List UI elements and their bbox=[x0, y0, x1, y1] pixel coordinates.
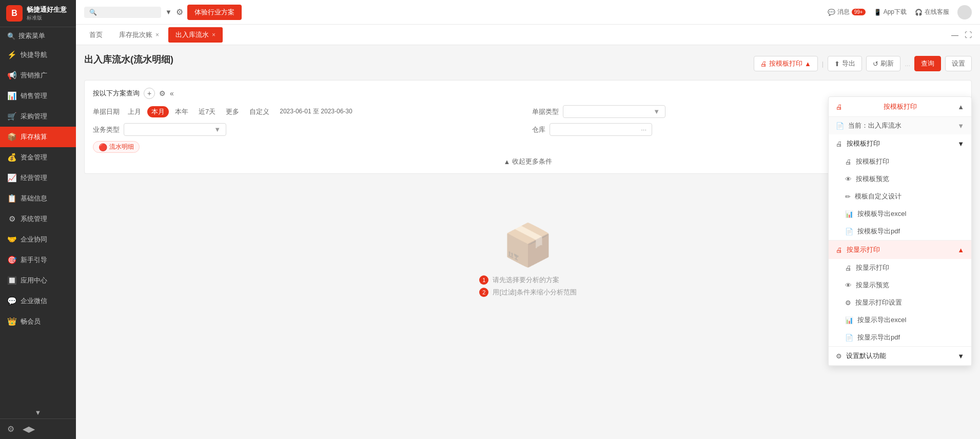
dp-item-display-preview[interactable]: 👁 按显示预览 bbox=[829, 276, 971, 294]
dp-item-display-settings[interactable]: ⚙ 按显示打印设置 bbox=[829, 294, 971, 311]
inventory-icon: 📦 bbox=[7, 132, 16, 142]
dp-item-display-excel-icon: 📊 bbox=[845, 316, 853, 324]
empty-steps: 1 请先选择要分析的方案 2 用[过滤]条件来缩小分析范围 bbox=[479, 275, 576, 297]
app-download-btn[interactable]: 📱 App下载 bbox=[874, 8, 907, 16]
dp-item-template-excel[interactable]: 📊 按模板导出excel bbox=[829, 205, 971, 223]
dp-section-template-icon: 🖨 bbox=[836, 140, 842, 148]
sidebar-item-member[interactable]: 👑 畅会员 bbox=[0, 311, 76, 332]
dp-item-template-print-label: 按模板打印 bbox=[856, 157, 889, 166]
marketing-label: 营销推广 bbox=[21, 71, 47, 80]
app-center-label: 应用中心 bbox=[21, 276, 47, 285]
online-service-btn[interactable]: 🎧 在线客服 bbox=[915, 8, 949, 16]
dp-section-default-arrow: ▼ bbox=[957, 352, 964, 360]
topbar: 🔍 ▼ ⚙ 体验行业方案 💬 消息 99+ 📱 App下载 🎧 在线客服 bbox=[76, 0, 980, 25]
tab-batch-close[interactable]: × bbox=[155, 31, 159, 38]
user-avatar[interactable] bbox=[957, 5, 972, 19]
dp-item-template-preview[interactable]: 👁 按模板预览 bbox=[829, 170, 971, 188]
sidebar-item-enterprise-collab[interactable]: 🤝 企业协同 bbox=[0, 229, 76, 250]
topbar-dropdown-arrow[interactable]: ▼ bbox=[165, 8, 172, 16]
tab-flow[interactable]: 出入库流水 × bbox=[168, 27, 223, 43]
tab-minimize-icon[interactable]: — bbox=[949, 29, 961, 41]
filter-collapse-icon[interactable]: « bbox=[170, 89, 174, 97]
date-opt-7days[interactable]: 近7天 bbox=[194, 106, 220, 117]
tab-flow-label: 出入库流水 bbox=[175, 30, 209, 39]
sidebar-item-purchase[interactable]: 🛒 采购管理 bbox=[0, 106, 76, 127]
dp-item-template-pdf[interactable]: 📄 按模板导出pdf bbox=[829, 223, 971, 240]
dp-current-label: 当前：出入库流水 bbox=[848, 121, 901, 130]
wechat-label: 企业微信 bbox=[21, 296, 47, 306]
filter-tag-flow[interactable]: 🔴 流水明细 bbox=[93, 141, 140, 153]
voucher-type-select[interactable]: ▼ bbox=[563, 105, 665, 118]
dp-item-template-design[interactable]: ✏ 模板自定义设计 bbox=[829, 188, 971, 205]
sidebar-item-finance[interactable]: 💰 资金管理 bbox=[0, 147, 76, 168]
dp-section-display-header[interactable]: 🖨 按显示打印 ▲ bbox=[829, 241, 971, 259]
dp-item-display-print[interactable]: 🖨 按显示打印 bbox=[829, 259, 971, 276]
date-opt-this-year[interactable]: 本年 bbox=[171, 106, 192, 117]
finance-icon: 💰 bbox=[7, 153, 16, 162]
purchase-label: 采购管理 bbox=[21, 112, 47, 121]
tab-home[interactable]: 首页 bbox=[82, 27, 110, 43]
dp-item-display-preview-icon: 👁 bbox=[845, 282, 852, 289]
search-menu-item[interactable]: 🔍 搜索菜单 bbox=[0, 27, 76, 45]
dp-section-template-header[interactable]: 🖨 按模板打印 ▼ bbox=[829, 134, 971, 153]
export-icon: ⬆ bbox=[834, 60, 840, 68]
date-range-display: 2023-06-01 至 2023-06-30 bbox=[280, 107, 352, 116]
dp-item-display-pdf[interactable]: 📄 按显示导出pdf bbox=[829, 329, 971, 346]
date-opt-last-month[interactable]: 上月 bbox=[124, 106, 145, 117]
date-opt-more[interactable]: 更多 bbox=[222, 106, 243, 117]
tab-maximize-icon[interactable]: ⛶ bbox=[963, 29, 974, 41]
headset-icon: 🎧 bbox=[915, 9, 923, 16]
query-button[interactable]: 查询 bbox=[914, 56, 941, 71]
sidebar-item-wechat[interactable]: 💬 企业微信 bbox=[0, 291, 76, 311]
sidebar-item-marketing[interactable]: 📢 营销推广 bbox=[0, 65, 76, 86]
topbar-settings-icon[interactable]: ⚙ bbox=[176, 7, 183, 17]
sidebar-item-sales[interactable]: 📊 销售管理 bbox=[0, 86, 76, 106]
filter-add-button[interactable]: + bbox=[144, 88, 155, 99]
dp-current-item[interactable]: 📄 当前：出入库流水 ▼ bbox=[829, 117, 971, 134]
refresh-button[interactable]: ↺ 刷新 bbox=[866, 56, 900, 71]
app-download-icon: 📱 bbox=[874, 9, 881, 16]
dp-item-display-excel-label: 按显示导出excel bbox=[857, 315, 906, 325]
date-options: 上月 本月 本年 近7天 更多 自定义 2023-06-01 至 2023-06… bbox=[124, 106, 352, 117]
app-center-icon: 🔲 bbox=[7, 276, 16, 285]
filter-setting-icon[interactable]: ⚙ bbox=[159, 89, 166, 97]
date-opt-this-month[interactable]: 本月 bbox=[147, 106, 169, 117]
filter-label: 按以下方案查询 bbox=[93, 89, 140, 98]
warehouse-select[interactable]: ··· bbox=[550, 123, 652, 136]
dp-section-default-header[interactable]: ⚙ 设置默认功能 ▼ bbox=[829, 347, 971, 365]
tab-home-label: 首页 bbox=[89, 30, 103, 39]
sidebar-item-system[interactable]: ⚙ 系统管理 bbox=[0, 209, 76, 229]
dp-section-default: ⚙ 设置默认功能 ▼ bbox=[829, 347, 971, 366]
topbar-search[interactable]: 🔍 bbox=[84, 7, 161, 18]
messages-btn[interactable]: 💬 消息 99+ bbox=[828, 8, 866, 16]
export-button[interactable]: ⬆ 导出 bbox=[828, 56, 862, 71]
sidebar-scroll-down[interactable]: ▼ bbox=[0, 407, 76, 418]
system-icon: ⚙ bbox=[7, 214, 16, 224]
main-area: 🔍 ▼ ⚙ 体验行业方案 💬 消息 99+ 📱 App下载 🎧 在线客服 bbox=[76, 0, 980, 439]
basic-info-label: 基础信息 bbox=[21, 194, 47, 203]
sidebar-item-operations[interactable]: 📈 经营管理 bbox=[0, 168, 76, 188]
business-type-select[interactable]: ▼ bbox=[124, 123, 226, 136]
print-template-button[interactable]: 🖨 按模板打印 ▲ bbox=[754, 56, 818, 71]
sidebar-item-app-center[interactable]: 🔲 应用中心 bbox=[0, 270, 76, 291]
system-label: 系统管理 bbox=[21, 214, 47, 224]
industry-solution-button[interactable]: 体验行业方案 bbox=[187, 5, 242, 20]
dp-collapse-arrow[interactable]: ▲ bbox=[957, 103, 964, 111]
date-opt-custom[interactable]: 自定义 bbox=[245, 106, 273, 117]
sidebar-logo: B 畅捷通好生意 标准版 bbox=[0, 0, 76, 27]
sidebar-item-newbie-guide[interactable]: 🎯 新手引导 bbox=[0, 250, 76, 270]
dp-item-template-print[interactable]: 🖨 按模板打印 bbox=[829, 153, 971, 170]
sidebar-item-inventory[interactable]: 📦 库存核算 bbox=[0, 127, 76, 147]
sidebar-item-basic-info[interactable]: 📋 基础信息 bbox=[0, 188, 76, 209]
dp-item-display-excel[interactable]: 📊 按显示导出excel bbox=[829, 311, 971, 329]
settings-icon[interactable]: ⚙ bbox=[7, 424, 14, 434]
settings-button[interactable]: 设置 bbox=[945, 56, 972, 71]
sidebar-item-quick-nav[interactable]: ⚡ 快捷导航 bbox=[0, 45, 76, 65]
tab-flow-close[interactable]: × bbox=[212, 31, 215, 38]
collapse-up-icon: ▲ bbox=[504, 158, 511, 166]
member-label: 畅会员 bbox=[21, 317, 41, 326]
messages-badge: 99+ bbox=[852, 9, 866, 15]
collapse-icon[interactable]: ◀▶ bbox=[23, 424, 35, 434]
sales-icon: 📊 bbox=[7, 91, 16, 101]
tab-batch-account[interactable]: 库存批次账 × bbox=[112, 27, 166, 43]
